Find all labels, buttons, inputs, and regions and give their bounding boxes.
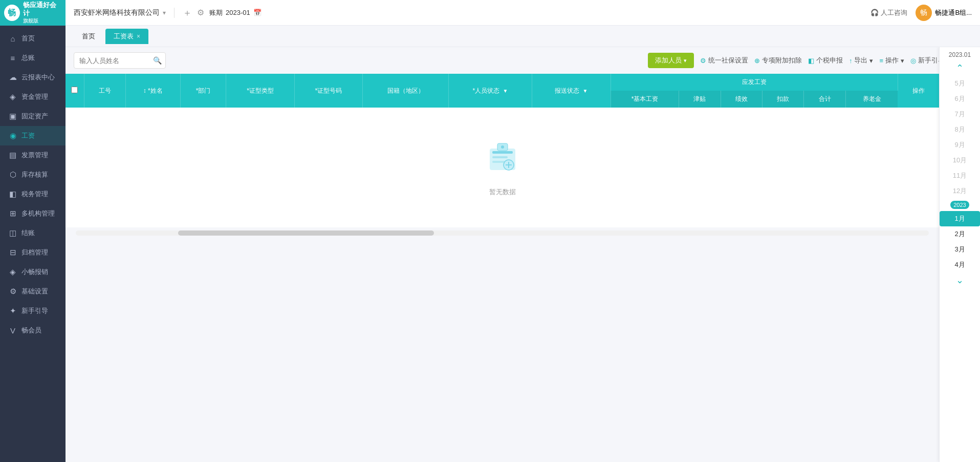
operations-button[interactable]: ≡ 操作 ▾ (879, 56, 904, 65)
chevron-down-icon: ▾ (163, 9, 166, 16)
settings-gear-icon[interactable]: ⚙ (197, 8, 204, 17)
sidebar-item-invoice[interactable]: ▤ 发票管理 (0, 145, 66, 165)
th-allowance: 津贴 (679, 91, 721, 108)
inventory-icon: ⬡ (8, 170, 17, 179)
company-name: 西安虾米网络科技有限公司 (74, 8, 160, 17)
search-wrap: 🔍 (74, 52, 166, 69)
tab-home-label: 首页 (82, 32, 95, 40)
sidebar-item-cloud[interactable]: ☁ 云报表中心 (0, 68, 66, 87)
cloud-icon: ☁ (8, 73, 17, 82)
operations-chevron: ▾ (901, 57, 904, 65)
sidebar-item-wage[interactable]: ◉ 工资 (0, 126, 66, 145)
export-label: 导出 (854, 56, 867, 65)
avatar: 畅 (916, 5, 932, 21)
operations-label: 操作 (885, 56, 899, 65)
sidebar-item-archive[interactable]: ⊟ 归档管理 (0, 243, 66, 262)
period-up-button[interactable]: ⌃ (954, 60, 966, 76)
th-person-status: *人员状态 ▼ (449, 74, 532, 108)
sidebar-item-expense[interactable]: ◈ 小畅报销 (0, 262, 66, 282)
add-company-icon[interactable]: ＋ (183, 7, 192, 19)
filter-icon[interactable]: ▼ (503, 88, 508, 94)
member-icon: V (8, 326, 17, 335)
period-month-1[interactable]: 1月 (940, 211, 980, 226)
scrollbar-thumb[interactable] (178, 230, 434, 236)
social-security-icon: ⚙ (700, 57, 706, 65)
period-month-4[interactable]: 4月 (940, 257, 980, 272)
service-button[interactable]: 🎧 人工咨询 (870, 8, 907, 17)
sidebar-item-settings[interactable]: ⚙ 基础设置 (0, 282, 66, 301)
sidebar-item-label: 发票管理 (21, 151, 48, 160)
tab-wage-label: 工资表 (114, 32, 134, 41)
content-area: 🔍 添加人员 ▾ ⚙ 统一社保设置 ⊕ 专项附加扣除 ◧ 个税申报 (66, 47, 980, 462)
sidebar-nav: ⌂ 首页 ≡ 总账 ☁ 云报表中心 ◈ 资金管理 ▣ 固定资产 ◉ 工资 ▤ 发… (0, 26, 66, 462)
social-security-button[interactable]: ⚙ 统一社保设置 (700, 56, 748, 65)
period-month-3[interactable]: 3月 (940, 242, 980, 257)
add-person-button[interactable]: 添加人员 ▾ (648, 53, 694, 68)
user-area[interactable]: 畅 畅捷通B组... (916, 5, 972, 21)
invoice-icon: ▤ (8, 151, 17, 160)
tab-close-icon[interactable]: × (137, 33, 140, 40)
period-month-11[interactable]: 11月 (940, 168, 980, 183)
toolbar-right: 添加人员 ▾ ⚙ 统一社保设置 ⊕ 专项附加扣除 ◧ 个税申报 ↑ 导出 (648, 53, 972, 68)
sidebar-item-label: 基础设置 (21, 287, 48, 296)
sidebar-item-tax[interactable]: ◧ 税务管理 (0, 184, 66, 204)
select-all-checkbox[interactable] (71, 87, 78, 93)
sidebar-item-close[interactable]: ◫ 结账 (0, 223, 66, 243)
sidebar-item-label: 结账 (21, 228, 35, 238)
period-year-badge: 2023 (950, 201, 969, 209)
sidebar-item-label: 畅会员 (21, 326, 41, 335)
period-month-2[interactable]: 2月 (940, 226, 980, 242)
tab-home[interactable]: 首页 (74, 29, 103, 44)
logo-icon: 畅 (4, 5, 20, 21)
th-operations: 操作 (898, 74, 939, 108)
tab-wage-table[interactable]: 工资表 × (105, 29, 148, 44)
sidebar-item-label: 资金管理 (21, 92, 48, 101)
app-name: 畅应通好会计 (23, 1, 61, 17)
period-month-6[interactable]: 6月 (940, 91, 980, 107)
topbar: 西安虾米网络科技有限公司 ▾ ＋ ⚙ 账期 2023-01 📅 🎧 人工咨询 畅… (66, 0, 980, 26)
export-button[interactable]: ↑ 导出 ▾ (849, 56, 874, 65)
sidebar-item-label: 小畅报销 (21, 267, 48, 277)
sidebar-item-assets[interactable]: ▣ 固定资产 (0, 107, 66, 126)
tax-report-button[interactable]: ◧ 个税申报 (808, 56, 843, 65)
export-chevron: ▾ (869, 57, 873, 65)
special-deduct-label: 专项附加扣除 (762, 56, 802, 65)
special-deduct-button[interactable]: ⊕ 专项附加扣除 (754, 56, 802, 65)
sidebar-item-ledger[interactable]: ≡ 总账 (0, 48, 66, 68)
empty-text: 暂无数据 (489, 187, 516, 197)
sidebar-item-label: 多机构管理 (21, 209, 55, 218)
sidebar-item-label: 固定资产 (21, 112, 48, 121)
th-deduction: 扣款 (762, 91, 803, 108)
wage-icon: ◉ (8, 131, 17, 140)
sidebar-item-inventory[interactable]: ⬡ 库存核算 (0, 165, 66, 184)
sidebar-item-multi[interactable]: ⊞ 多机构管理 (0, 204, 66, 223)
th-basic-wage: *基本工资 (611, 91, 679, 108)
period-month-9[interactable]: 9月 (940, 137, 980, 153)
period-month-7[interactable]: 7月 (940, 107, 980, 122)
period-month-5[interactable]: 5月 (940, 76, 980, 91)
service-label: 人工咨询 (881, 8, 907, 17)
sidebar-item-home[interactable]: ⌂ 首页 (0, 29, 66, 48)
horizontal-scrollbar[interactable] (76, 230, 929, 236)
th-pension: 养老金 (845, 91, 898, 108)
filter-icon-2[interactable]: ▼ (583, 88, 588, 94)
period-month-8[interactable]: 8月 (940, 122, 980, 137)
chevron-down-icon: ▾ (684, 57, 687, 64)
separator (174, 8, 175, 18)
checkbox-header[interactable] (66, 74, 84, 108)
company-selector[interactable]: 西安虾米网络科技有限公司 ▾ (74, 8, 166, 17)
sidebar-item-guide[interactable]: ✦ 新手引导 (0, 301, 66, 321)
search-input[interactable] (74, 52, 166, 69)
th-total: 合计 (804, 91, 845, 108)
period-month-12[interactable]: 12月 (940, 183, 980, 199)
fund-icon: ◈ (8, 92, 17, 101)
period-panel: 2023.01 ⌃ 5月 6月 7月 8月 9月 10月 11月 12月 202… (939, 47, 980, 462)
period-month-10[interactable]: 10月 (940, 153, 980, 168)
period-header-value: 2023.01 (949, 51, 971, 58)
home-icon: ⌂ (8, 34, 17, 43)
table-wrap: 工号 ↕ *姓名 *部门 *证型类型 *证型号码 国籍（地区） *人员状态 ▼ … (66, 74, 939, 462)
period-down-button[interactable]: ⌄ (954, 272, 966, 288)
sidebar-item-member[interactable]: V 畅会员 (0, 321, 66, 340)
sidebar-item-fund[interactable]: ◈ 资金管理 (0, 87, 66, 107)
calendar-icon[interactable]: 📅 (253, 9, 262, 16)
